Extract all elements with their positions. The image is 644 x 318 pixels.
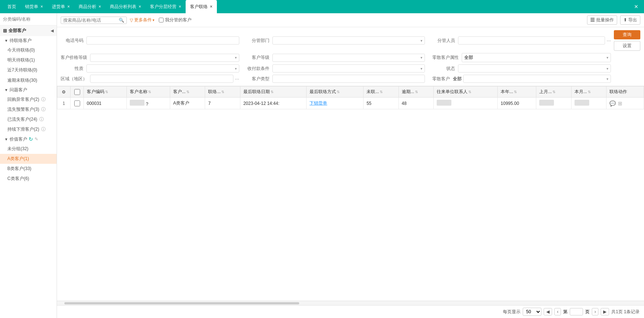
main-search-icon[interactable]: 🔍 (119, 18, 124, 23)
filter-payment-input[interactable]: ▾ (272, 64, 425, 73)
next-page-btn[interactable]: › (592, 308, 598, 315)
nav-purchase-close[interactable]: × (67, 4, 70, 9)
manager-input-field[interactable] (461, 38, 602, 43)
sidebar-item-churn-warning[interactable]: 流失预警客户(3) ⓘ (0, 105, 57, 114)
sort-icon-type[interactable]: ⇅ (186, 90, 189, 94)
nav-customer-contact[interactable]: 客户联络 × (186, 0, 217, 13)
manager-more-icon[interactable]: ··· (607, 38, 611, 43)
sidebar-item-today[interactable]: 今天待联络(0) (0, 45, 57, 55)
filter-label-status: 状态 (432, 66, 458, 72)
table-container: ⚙ 客户编码 ⇅ (57, 86, 644, 301)
nature-field[interactable] (89, 66, 233, 71)
retail-cust-arrow: ▾ (607, 77, 608, 81)
nav-sales-order-close[interactable]: × (40, 4, 43, 9)
sidebar-item-churned[interactable]: 已流失客户(24) ⓘ (0, 114, 57, 124)
filter-phone-input[interactable] (86, 36, 239, 45)
nav-customer-segment[interactable]: 客户分层经营 × (146, 0, 186, 13)
row-checkbox[interactable] (74, 100, 80, 106)
nav-product-list[interactable]: 商品分析列表 × (105, 0, 146, 13)
refresh-icon[interactable]: ↻ (29, 136, 33, 142)
retail-cust-field[interactable] (466, 76, 605, 81)
per-page-select[interactable]: 50 20 100 (523, 308, 541, 316)
filter-manager-input[interactable] (458, 36, 605, 45)
qr-icon[interactable]: ⊞ (618, 100, 622, 106)
sidebar-all-customers[interactable]: ⊞ 全部客户 ◀ (0, 25, 57, 36)
payment-field[interactable] (275, 66, 419, 71)
sort-icon-contact[interactable]: ⇅ (221, 90, 224, 94)
cust-type-field[interactable] (275, 76, 423, 81)
dept-input-field[interactable] (275, 38, 419, 43)
filter-status-input[interactable]: ▾ (458, 64, 611, 73)
nav-purchase-order[interactable]: 进货单 × (47, 0, 74, 13)
sort-icon-thismonth[interactable]: ⇅ (588, 90, 591, 94)
filter-icon: ▽ (130, 18, 133, 23)
sidebar-group-problem[interactable]: ▼ 问题客户 (0, 85, 57, 95)
sort-icon-overdue[interactable]: ⇅ (415, 90, 418, 94)
price-level-field[interactable] (93, 55, 233, 60)
message-icon[interactable]: 💬 (609, 100, 616, 106)
status-field[interactable] (461, 66, 605, 71)
filter-nature-input[interactable]: ▾ (86, 64, 239, 73)
my-customers-check[interactable]: 我分管的客户 (159, 17, 192, 23)
sidebar-item-tomorrow[interactable]: 明天待联络(1) (0, 55, 57, 65)
prev-page-btn[interactable]: ‹ (554, 308, 561, 315)
batch-ops-btn[interactable]: ☰ 批量操作 (587, 15, 617, 25)
more-conditions-btn[interactable]: ▽ 更多条件 ▾ (130, 17, 154, 23)
nav-sales-order[interactable]: 销货单 × (21, 0, 47, 13)
sort-icon-code[interactable]: ⇅ (105, 90, 108, 94)
sort-icon-unlink[interactable]: ⇅ (380, 90, 383, 94)
sidebar-item-overdue[interactable]: 逾期未联络(30) (0, 75, 57, 85)
region-more-icon[interactable]: ··· (235, 76, 239, 82)
nav-customer-contact-close[interactable]: × (210, 4, 212, 9)
region-field[interactable] (93, 76, 231, 81)
filter-cust-level-input[interactable]: ▾ (272, 54, 425, 62)
page-input[interactable]: 1 (570, 308, 583, 315)
nav-product-analysis-close[interactable]: × (99, 4, 101, 9)
sort-icon-year[interactable]: ⇅ (514, 90, 517, 94)
sidebar-item-class-b[interactable]: B类客户(33) (0, 164, 57, 174)
my-customers-checkbox[interactable] (159, 18, 164, 22)
filter-region-input[interactable] (90, 75, 233, 83)
sidebar-group-pending[interactable]: ▼ 待联络客户 (0, 36, 57, 45)
name-suffix: ? (146, 102, 149, 107)
scrollbar-thumb[interactable] (64, 302, 299, 304)
sidebar-item-declining[interactable]: 持续下滑客户(2) ⓘ (0, 124, 57, 134)
phone-input-field[interactable] (89, 38, 237, 43)
sidebar-item-7days[interactable]: 近7天待联络(0) (0, 65, 57, 75)
filter-price-level-input[interactable]: ▾ (90, 54, 239, 62)
nav-customer-segment-close[interactable]: × (179, 4, 181, 9)
sidebar-item-abnormal[interactable]: 回购异常客户(2) ⓘ (0, 95, 57, 105)
sort-icon-name[interactable]: ⇅ (148, 90, 151, 94)
window-close[interactable]: × (631, 3, 641, 11)
last-page-btn[interactable]: ▶ (601, 308, 609, 315)
sidebar-search-input[interactable] (3, 17, 57, 22)
sort-icon-date[interactable]: ⇅ (271, 90, 273, 94)
sidebar-item-class-a[interactable]: A类客户(1) (0, 154, 57, 164)
filter-cust-type-input[interactable] (272, 75, 425, 83)
cust-level-arrow: ▾ (421, 56, 422, 60)
settings-btn[interactable]: 设置 (614, 41, 640, 51)
nav-home[interactable]: 首页 (3, 0, 21, 13)
filter-retail-attr-input[interactable]: 全部 ▾ (462, 53, 611, 62)
select-all-checkbox[interactable] (74, 89, 80, 95)
sidebar-item-ungrouped[interactable]: 未分组(32) (0, 144, 57, 154)
nav-product-list-close[interactable]: × (139, 4, 141, 9)
sort-icon-lastmonth[interactable]: ⇅ (552, 90, 555, 94)
col-last-contact-method: 最后联络方式 ⇅ (307, 86, 364, 98)
filter-retail-cust-input[interactable]: ▾ (463, 75, 611, 83)
query-btn[interactable]: 查询 (614, 30, 640, 39)
contact-method-link[interactable]: 下销货单 (310, 100, 327, 106)
edit-icon-value[interactable]: ✎ (35, 137, 38, 142)
sidebar-group-value[interactable]: ▼ 价值客户 ↻ ✎ (0, 135, 57, 144)
table-settings-icon[interactable]: ⚙ (60, 89, 67, 95)
first-page-btn[interactable]: ◀ (544, 308, 552, 315)
main-search-input[interactable] (63, 18, 119, 23)
cust-level-field[interactable] (275, 55, 419, 60)
nav-product-analysis[interactable]: 商品分析 × (74, 0, 105, 13)
filter-dept-input[interactable]: ▾ (272, 36, 425, 45)
sidebar-collapse-icon[interactable]: ◀ (51, 29, 54, 33)
sort-icon-method[interactable]: ⇅ (337, 90, 340, 94)
sidebar-item-class-c[interactable]: C类客户(6) (0, 174, 57, 184)
sort-icon-unit[interactable]: ⇅ (468, 90, 471, 94)
export-btn[interactable]: ⬆ 导出 (620, 15, 640, 25)
